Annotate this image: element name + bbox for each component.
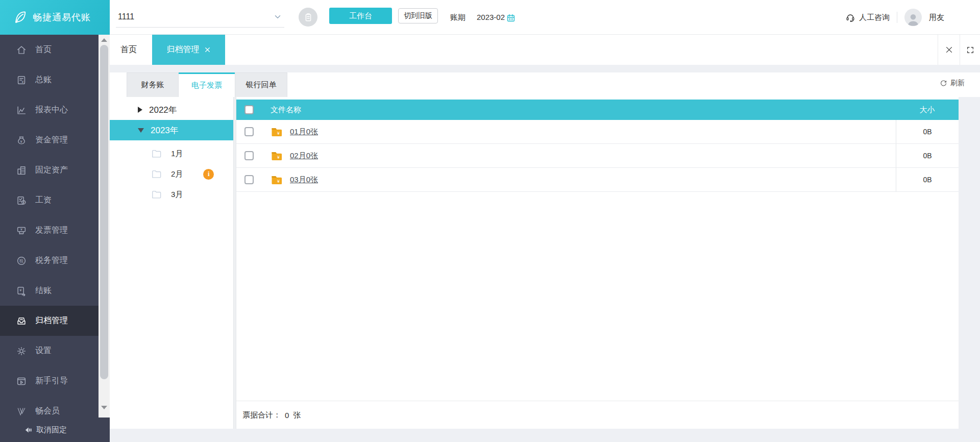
sidebar-item-label: 报表中心 xyxy=(35,105,68,115)
fullscreen-corners-icon xyxy=(966,46,974,54)
header-right-group: 人工咨询 用友 xyxy=(845,0,980,35)
sidebar-item-reports[interactable]: 报表中心 xyxy=(0,95,99,125)
video-guide-icon xyxy=(15,375,28,387)
totals-label: 票据合计： xyxy=(242,410,281,420)
sidebar-nav: 首页 ¥ 总账 报表中心 ¥ 资金管理 固定资产 xyxy=(0,35,99,418)
table-header-row: 文件名称 大小 xyxy=(236,100,959,120)
sidebar-item-fixed-assets[interactable]: 固定资产 xyxy=(0,155,99,185)
select-all-checkbox[interactable] xyxy=(244,105,254,114)
tab-archive-active[interactable]: 归档管理 xyxy=(152,35,225,65)
svg-text:¥: ¥ xyxy=(21,80,23,83)
tree-month-jan[interactable]: 1月 xyxy=(110,143,233,164)
svg-text:¥: ¥ xyxy=(277,155,280,160)
file-link[interactable]: 02月0张 xyxy=(290,151,318,161)
tree-month-label: 1月 xyxy=(171,149,183,159)
tree-month-mar[interactable]: 3月 xyxy=(110,184,233,205)
tab-bank-receipt[interactable]: 银行回单 xyxy=(235,72,287,97)
member-v-icon xyxy=(15,405,28,418)
row-checkbox[interactable] xyxy=(244,127,254,136)
totals-footer: 票据合计： 0 张 xyxy=(236,401,959,429)
refresh-label: 刷新 xyxy=(950,79,965,88)
sidebar-item-settings[interactable]: 设置 xyxy=(0,336,99,366)
support-button[interactable]: 人工咨询 xyxy=(845,12,890,22)
scroll-up-arrow-icon[interactable] xyxy=(99,36,110,44)
folder-icon: ¥ xyxy=(271,127,283,137)
sidebar-item-closing[interactable]: ¥ 结账 xyxy=(0,276,99,306)
workbench-button[interactable]: 工作台 xyxy=(329,8,392,24)
year-month-tree: 2022年 2023年 1月 2月 i xyxy=(110,97,233,429)
clipboard-icon-button[interactable] xyxy=(299,8,317,27)
tax-icon: 税 xyxy=(15,255,28,267)
building-icon xyxy=(15,164,28,177)
close-panel-button[interactable] xyxy=(938,35,960,65)
tab-home[interactable]: 首页 xyxy=(113,35,144,65)
gear-icon xyxy=(15,345,28,357)
sidebar-item-label: 资金管理 xyxy=(35,135,68,145)
user-avatar[interactable] xyxy=(904,9,922,26)
scrollbar-thumb[interactable] xyxy=(100,45,108,379)
sidebar-item-tax[interactable]: 税 税务管理 xyxy=(0,245,99,276)
sidebar-item-guide[interactable]: 新手引导 xyxy=(0,366,99,396)
refresh-button[interactable]: 刷新 xyxy=(940,79,965,88)
totals-value: 0 xyxy=(285,411,289,420)
sidebar-item-home[interactable]: 首页 xyxy=(0,35,99,65)
column-header-size: 大小 xyxy=(896,105,959,115)
svg-text:¥: ¥ xyxy=(20,228,22,231)
folder-outline-icon xyxy=(151,149,162,158)
tree-year-2022[interactable]: 2022年 xyxy=(110,100,233,120)
switch-old-version-button[interactable]: 切到旧版 xyxy=(398,8,438,23)
clipboard-icon xyxy=(303,12,313,22)
sidebar-item-funds[interactable]: ¥ 资金管理 xyxy=(0,125,99,155)
archive-panel-body: 2022年 2023年 1月 2月 i xyxy=(110,97,959,429)
scroll-down-arrow-icon[interactable] xyxy=(99,403,110,411)
expanded-arrow-icon[interactable] xyxy=(138,128,144,133)
svg-text:¥: ¥ xyxy=(19,288,22,292)
sidebar-item-payroll[interactable]: ¥ 工资 xyxy=(0,185,99,215)
unpin-label: 取消固定 xyxy=(36,425,67,435)
period-value[interactable]: 2023-02 xyxy=(477,13,505,21)
sidebar-item-label: 固定资产 xyxy=(35,165,68,176)
folder-outline-icon xyxy=(151,190,162,199)
file-link[interactable]: 03月0张 xyxy=(290,175,318,185)
report-chart-icon xyxy=(15,104,28,116)
sidebar-item-label: 首页 xyxy=(35,44,52,55)
fullscreen-button[interactable] xyxy=(960,35,980,65)
sidebar-item-label: 归档管理 xyxy=(35,315,68,326)
sidebar-item-member[interactable]: 畅会员 xyxy=(0,396,99,418)
tree-year-label: 2023年 xyxy=(151,125,179,136)
sidebar-item-archive[interactable]: 归档管理 xyxy=(0,306,99,336)
account-select-value: 1111 xyxy=(118,12,134,21)
files-table: 文件名称 大小 ¥ 01月0张 0B ¥ 02月0张 0B xyxy=(236,100,959,192)
chevron-down-icon xyxy=(273,12,282,21)
sidebar-item-ledger[interactable]: ¥ 总账 xyxy=(0,65,99,95)
headset-icon xyxy=(845,12,855,22)
row-checkbox[interactable] xyxy=(244,175,254,184)
sidebar-unpin-button[interactable]: 取消固定 xyxy=(0,418,110,442)
info-badge-icon[interactable]: i xyxy=(203,169,214,180)
svg-text:¥: ¥ xyxy=(277,131,280,136)
logo-text: 畅捷通易代账 xyxy=(33,11,91,23)
sidebar-item-label: 工资 xyxy=(35,195,52,206)
tab-close-icon[interactable] xyxy=(204,46,211,53)
app-logo: 畅捷通易代账 xyxy=(0,0,110,35)
page-tabstrip: 首页 归档管理 xyxy=(110,35,980,65)
username[interactable]: 用友 xyxy=(929,13,944,22)
person-icon xyxy=(905,12,921,26)
file-link[interactable]: 01月0张 xyxy=(290,127,318,137)
file-size: 0B xyxy=(896,168,959,191)
sidebar-item-label: 发票管理 xyxy=(35,225,68,236)
collapsed-arrow-icon[interactable] xyxy=(138,107,142,113)
tab-finance-account[interactable]: 财务账 xyxy=(127,72,179,97)
row-checkbox[interactable] xyxy=(244,151,254,160)
account-select[interactable]: 1111 xyxy=(116,6,284,28)
period-label: 账期 xyxy=(450,13,465,22)
calendar-icon[interactable] xyxy=(506,13,516,22)
home-icon xyxy=(15,44,28,56)
tab-e-invoice[interactable]: 电子发票 xyxy=(179,72,235,97)
archive-box-icon xyxy=(15,315,28,327)
tree-year-2023-selected[interactable]: 2023年 xyxy=(110,120,233,140)
sidebar-scrollbar[interactable] xyxy=(99,35,110,418)
sidebar-item-invoices[interactable]: ¥ 发票管理 xyxy=(0,215,99,245)
refresh-arrow-icon xyxy=(940,80,947,87)
tree-month-feb[interactable]: 2月 i xyxy=(110,164,233,184)
